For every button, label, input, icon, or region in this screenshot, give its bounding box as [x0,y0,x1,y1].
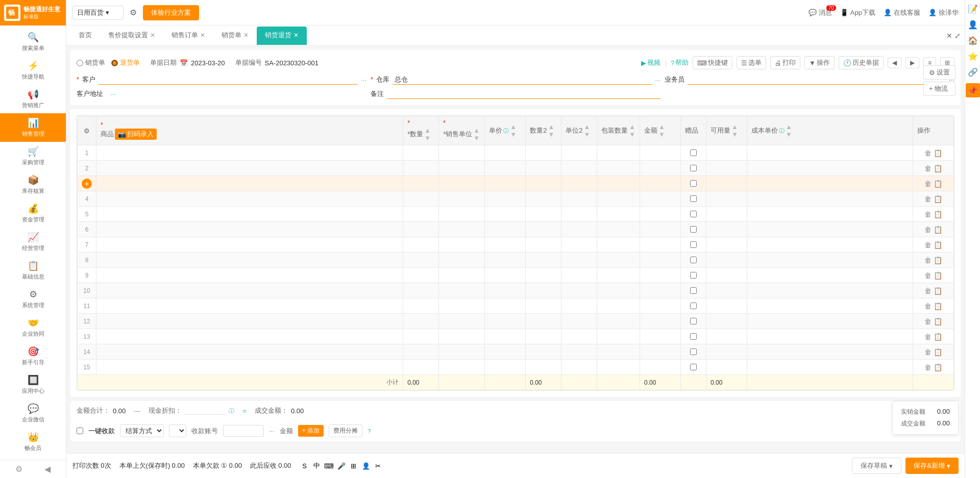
copy-icon-11[interactable]: 📋 [934,302,942,310]
online-service-btn[interactable]: 👤 在线客服 [884,8,920,17]
gift-cell-8[interactable] [681,253,706,268]
right-sidebar-pin-icon[interactable]: 📌 [966,83,980,97]
gift-checkbox-11[interactable] [690,303,697,309]
unit-cell-3[interactable] [439,176,485,191]
fee-split-btn[interactable]: 费用分摊 [329,424,362,437]
copy-icon-12[interactable]: 📋 [934,317,942,325]
qty-cell-2[interactable] [403,161,439,176]
copy-icon-5[interactable]: 📋 [934,210,942,218]
unit-cell-4[interactable] [439,191,485,207]
product-cell-9[interactable] [96,268,403,283]
sogou-icon[interactable]: S [300,461,310,471]
gift-checkbox-8[interactable] [690,257,697,263]
qty2-cell-9[interactable] [526,268,561,283]
unit2-cell-12[interactable] [561,314,597,329]
sidebar-item-0[interactable]: 🔍搜索菜单 [0,28,66,56]
salesperson-input[interactable] [688,74,946,85]
amount-cell-10[interactable] [640,283,681,298]
gift-cell-7[interactable] [681,237,706,253]
cash-discount-info-icon[interactable]: ⓘ [229,407,234,415]
save-draft-btn[interactable]: 保存草稿 ▾ [852,458,901,474]
qty-cell-15[interactable] [403,360,439,375]
sidebar-collapse-icon[interactable]: ◀ [44,464,51,474]
product-cell-13[interactable] [96,329,403,344]
price-cell-5[interactable] [485,207,526,222]
cost-price-cell-15[interactable] [747,360,913,375]
cost-price-cell-12[interactable] [747,314,913,329]
sidebar-item-2[interactable]: 📢营销推广 [0,85,66,113]
sidebar-item-10[interactable]: 🤝企业协同 [0,313,66,342]
qty-sort-icon[interactable]: ▲▼ [424,127,431,142]
amount-cell-3[interactable] [640,176,681,191]
operate-btn[interactable]: ▼ 操作 [804,56,835,69]
account-select-dots[interactable]: ··· [269,427,275,435]
copy-icon-9[interactable]: 📋 [934,271,942,280]
tool3-icon[interactable]: 🎤 [336,461,347,471]
available-cell-12[interactable] [706,314,747,329]
gift-checkbox-15[interactable] [690,364,697,370]
select-btn[interactable]: ☰ 选单 [737,56,766,69]
gift-checkbox-12[interactable] [690,318,697,324]
right-sidebar-link-icon[interactable]: 🔗 [968,67,978,77]
cost-price-info-icon[interactable]: ⓘ [779,127,785,135]
qty-cell-4[interactable] [403,191,439,207]
cost-price-cell-4[interactable] [747,191,913,207]
amount-cell-2[interactable] [640,161,681,176]
unit2-cell-1[interactable] [561,145,597,161]
delete-icon-5[interactable]: 🗑 [924,210,932,218]
qty2-cell-2[interactable] [526,161,561,176]
price-cell-2[interactable] [485,161,526,176]
radio-return-input[interactable] [111,60,118,66]
price-sort-icon[interactable]: ▲▼ [510,123,517,138]
available-cell-14[interactable] [706,344,747,360]
gift-cell-4[interactable] [681,191,706,207]
qty-cell-13[interactable] [403,329,439,344]
cost-price-cell-5[interactable] [747,207,913,222]
unit-cell-10[interactable] [439,283,485,298]
price-cell-7[interactable] [485,237,526,253]
cost-price-cell-7[interactable] [747,237,913,253]
copy-icon-2[interactable]: 📋 [934,164,942,172]
sidebar-item-8[interactable]: 📋基础信息 [0,256,66,285]
unit-cell-7[interactable] [439,237,485,253]
packqty-cell-14[interactable] [597,344,640,360]
packqty-cell-13[interactable] [597,329,640,344]
sidebar-settings-icon[interactable]: ⚙ [15,464,22,474]
shortcut-btn[interactable]: ⌨ 快捷键 [693,56,732,69]
product-cell-12[interactable] [96,314,403,329]
gift-checkbox-13[interactable] [690,333,697,340]
available-cell-8[interactable] [706,253,747,268]
account-method-select[interactable]: 结算方式 [120,424,164,437]
qty-cell-6[interactable] [403,222,439,237]
unit2-cell-11[interactable] [561,298,597,314]
gift-cell-12[interactable] [681,314,706,329]
unit2-cell-14[interactable] [561,344,597,360]
delete-icon-12[interactable]: 🗑 [924,317,932,325]
remark-input[interactable] [387,89,660,99]
gift-cell-5[interactable] [681,207,706,222]
qty2-cell-7[interactable] [526,237,561,253]
qty2-cell-1[interactable] [526,145,561,161]
cost-price-cell-2[interactable] [747,161,913,176]
product-cell-7[interactable] [96,237,403,253]
gift-checkbox-5[interactable] [690,211,697,217]
product-cell-6[interactable] [96,222,403,237]
available-cell-9[interactable] [706,268,747,283]
qty2-cell-12[interactable] [526,314,561,329]
packqty-cell-8[interactable] [597,253,640,268]
print-btn[interactable]: 🖨 打印 [770,56,800,69]
account-input[interactable] [223,425,264,437]
app-download-btn[interactable]: 📱 App下载 [840,8,875,17]
product-cell-10[interactable] [96,283,403,298]
delete-icon-4[interactable]: 🗑 [924,195,932,203]
unit2-cell-6[interactable] [561,222,597,237]
unit2-cell-13[interactable] [561,329,597,344]
gift-cell-2[interactable] [681,161,706,176]
unit-cell-11[interactable] [439,298,485,314]
equals-icon[interactable]: = [242,407,247,415]
gift-checkbox-1[interactable] [690,149,697,156]
price-cell-6[interactable] [485,222,526,237]
save-new-btn[interactable]: 保存&新增 ▾ [905,458,959,474]
right-sidebar-star-icon[interactable]: ⭐ [968,52,978,61]
packqty-cell-10[interactable] [597,283,640,298]
